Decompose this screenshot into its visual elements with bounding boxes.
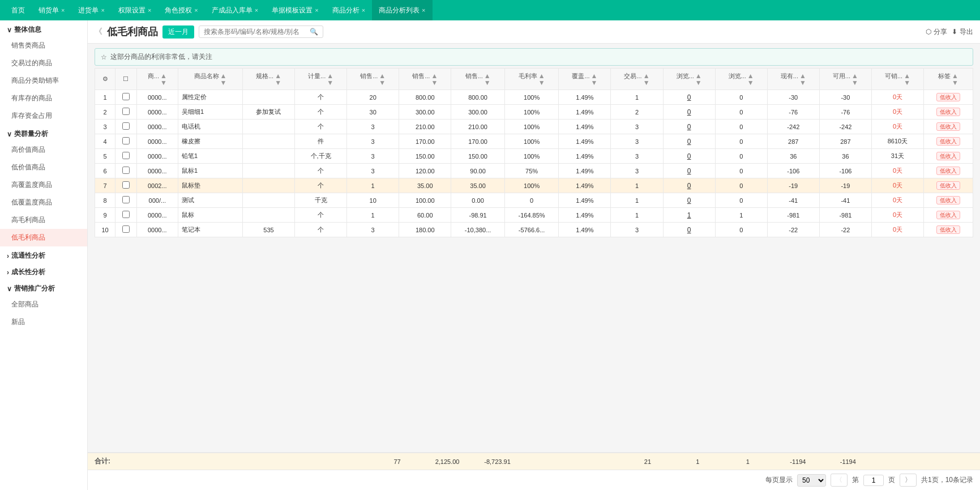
close-icon[interactable]: ×: [194, 7, 198, 14]
row-checkbox[interactable]: [115, 120, 136, 134]
col-saleable[interactable]: 可销...▲▼: [871, 69, 923, 90]
row-browse1[interactable]: 0: [663, 193, 715, 208]
sidebar-item-low-coverage[interactable]: 低覆盖度商品: [0, 194, 87, 211]
col-trade[interactable]: 交易...▲▼: [611, 69, 663, 90]
sidebar-item-traded[interactable]: 交易过的商品: [0, 54, 87, 72]
col-unit[interactable]: 计量...▲▼: [295, 69, 347, 90]
col-available[interactable]: 可用...▲▼: [819, 69, 871, 90]
sidebar-item-category-rate[interactable]: 商品分类助销率: [0, 72, 87, 90]
row-browse1[interactable]: 0: [663, 105, 715, 120]
row-name[interactable]: 笔记本: [178, 223, 243, 237]
col-sale-price[interactable]: 销售...▲▼: [399, 69, 451, 90]
sidebar-item-capital[interactable]: 库存资金占用: [0, 107, 87, 125]
col-coverage[interactable]: 覆盖...▲▼: [559, 69, 611, 90]
sidebar-group-cluster[interactable]: ∨ 类群量分析: [0, 125, 87, 141]
col-browse2[interactable]: 浏览...▲▼: [715, 69, 767, 90]
row-name[interactable]: 属性定价: [178, 90, 243, 105]
sidebar-item-sales-goods[interactable]: 销售类商品: [0, 37, 87, 54]
row-name[interactable]: 鼠标1: [178, 164, 243, 178]
table-row: 4 0000... 橡皮擦 件 3 170.00 170.00 100% 1.4…: [95, 134, 973, 149]
col-name[interactable]: 商品名称▲▼: [178, 69, 243, 90]
sidebar-item-new-goods[interactable]: 新品: [0, 313, 87, 331]
row-name[interactable]: 铅笔1: [178, 149, 243, 164]
row-checkbox[interactable]: [115, 208, 136, 223]
sidebar-item-in-stock[interactable]: 有库存的商品: [0, 90, 87, 107]
page-size-select[interactable]: 50 100 200: [797, 474, 826, 487]
row-checkbox[interactable]: [115, 178, 136, 193]
close-icon[interactable]: ×: [362, 7, 365, 14]
share-button[interactable]: ⬡ 分享: [926, 27, 947, 37]
sidebar-item-high-coverage[interactable]: 高覆盖度商品: [0, 176, 87, 194]
nav-item-purchase[interactable]: 进货单 ×: [71, 0, 111, 20]
row-name[interactable]: 吴细细1: [178, 105, 243, 120]
row-checkbox[interactable]: [115, 134, 136, 149]
row-checkbox[interactable]: [115, 223, 136, 237]
close-icon[interactable]: ×: [61, 7, 65, 14]
col-stock[interactable]: 现有...▲▼: [767, 69, 819, 90]
nav-item-template[interactable]: 单据模板设置 ×: [265, 0, 325, 20]
col-code[interactable]: 商...▲▼: [136, 69, 178, 90]
sidebar-group-circulation[interactable]: › 流通性分析: [0, 246, 87, 263]
row-checkbox[interactable]: [115, 149, 136, 164]
row-browse1[interactable]: 0: [663, 223, 715, 237]
row-browse1[interactable]: 0: [663, 120, 715, 134]
row-browse1[interactable]: 0: [663, 164, 715, 178]
row-checkbox[interactable]: [115, 193, 136, 208]
row-name[interactable]: 测试: [178, 193, 243, 208]
sidebar-group-overall[interactable]: ∨ 整体信息: [0, 20, 87, 37]
close-icon[interactable]: ×: [101, 7, 104, 14]
col-checkbox[interactable]: ☐: [115, 69, 136, 90]
row-checkbox[interactable]: [115, 90, 136, 105]
row-name[interactable]: 橡皮擦: [178, 134, 243, 149]
col-settings[interactable]: ⚙: [95, 69, 115, 90]
nav-item-goods-analysis[interactable]: 商品分析 ×: [326, 0, 372, 20]
close-icon[interactable]: ×: [255, 7, 258, 14]
row-sale-amount: 0.00: [451, 193, 505, 208]
col-tag[interactable]: 标签▲▼: [924, 69, 973, 90]
close-icon[interactable]: ×: [422, 7, 425, 14]
filter-period-btn[interactable]: 近一月: [162, 25, 194, 39]
sidebar-collapse-btn[interactable]: 《: [95, 27, 102, 37]
sidebar-item-low-profit[interactable]: 低毛利商品: [0, 229, 87, 246]
sidebar-item-high-value[interactable]: 高价值商品: [0, 141, 87, 159]
row-checkbox[interactable]: [115, 164, 136, 178]
col-browse1[interactable]: 浏览...▲▼: [663, 69, 715, 90]
col-sale-amount[interactable]: 销售...▲▼: [451, 69, 505, 90]
sidebar-item-high-profit[interactable]: 高毛利商品: [0, 211, 87, 229]
row-browse1[interactable]: 0: [663, 90, 715, 105]
next-page-btn[interactable]: 〉: [900, 474, 917, 487]
sidebar-item-all-goods[interactable]: 全部商品: [0, 296, 87, 313]
nav-item-sales[interactable]: 销货单 ×: [32, 0, 71, 20]
nav-item-permissions[interactable]: 权限设置 ×: [112, 0, 158, 20]
close-icon[interactable]: ×: [148, 7, 151, 14]
search-icon[interactable]: 🔍: [310, 28, 318, 36]
col-spec[interactable]: 规格...▲▼: [242, 69, 294, 90]
pagination-bar: 每页显示 50 100 200 〈 第 页 〉 共1页，10条记录: [88, 470, 980, 490]
row-sale-price: 120.00: [399, 164, 451, 178]
search-input[interactable]: [204, 28, 307, 36]
sidebar-group-marketing[interactable]: ∨ 营销推广分析: [0, 279, 87, 296]
sidebar-group-growth[interactable]: › 成长性分析: [0, 263, 87, 279]
row-name[interactable]: 鼠标垫: [178, 178, 243, 193]
row-name[interactable]: 电话机: [178, 120, 243, 134]
nav-item-goods-list[interactable]: 商品分析列表 ×: [372, 0, 432, 20]
row-browse1[interactable]: 0: [663, 134, 715, 149]
nav-item-product-entry[interactable]: 产成品入库单 ×: [205, 0, 265, 20]
row-browse1[interactable]: 0: [663, 149, 715, 164]
row-name[interactable]: 鼠标: [178, 208, 243, 223]
row-browse1[interactable]: 0: [663, 178, 715, 193]
export-button[interactable]: ⬇ 导出: [952, 27, 973, 37]
table-container[interactable]: ⚙ ☐ 商...▲▼ 商品名称▲▼ 规格...▲▼ 计量...▲▼ 销售...▲…: [88, 68, 980, 452]
close-icon[interactable]: ×: [315, 7, 318, 14]
sidebar-item-low-value[interactable]: 低价值商品: [0, 159, 87, 176]
row-coverage: 1: [611, 90, 663, 105]
row-checkbox[interactable]: [115, 105, 136, 120]
row-browse1[interactable]: 1: [663, 208, 715, 223]
page-number-input[interactable]: [863, 475, 884, 486]
col-profit-rate[interactable]: 毛利率▲▼: [504, 69, 559, 90]
nav-item-home[interactable]: 首页: [5, 0, 32, 20]
nav-item-roles[interactable]: 角色授权 ×: [158, 0, 204, 20]
prev-page-btn[interactable]: 〈: [831, 474, 848, 487]
row-coverage: 3: [611, 120, 663, 134]
col-sale-qty[interactable]: 销售...▲▼: [347, 69, 399, 90]
